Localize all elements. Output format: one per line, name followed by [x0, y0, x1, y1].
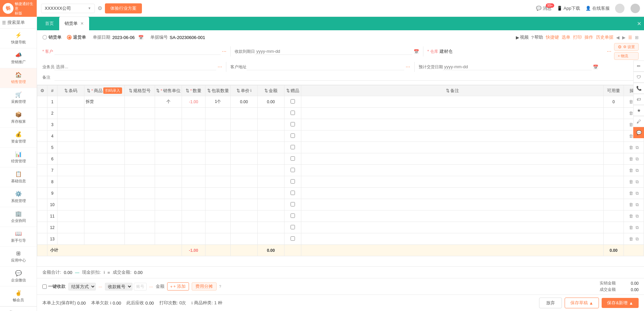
- row-remark-cell[interactable]: [301, 199, 604, 210]
- row-gift-cell[interactable]: [285, 96, 301, 108]
- gift-checkbox[interactable]: [291, 213, 295, 218]
- row-pkg-cell[interactable]: 1个: [205, 96, 231, 108]
- expected-date-calendar-icon[interactable]: 📅: [593, 65, 598, 70]
- sidebar-item-quick-nav[interactable]: ⚡ 快捷导航: [0, 29, 37, 48]
- row-qty-cell[interactable]: [182, 233, 205, 245]
- row-amount-cell[interactable]: [258, 199, 285, 210]
- history-btn[interactable]: 历史单据: [596, 34, 613, 40]
- row-gift-cell[interactable]: [285, 210, 301, 222]
- row-goods-cell[interactable]: 拆货: [84, 96, 125, 108]
- gift-checkbox[interactable]: [291, 202, 295, 206]
- row-qty-cell[interactable]: [182, 176, 205, 188]
- tab-home[interactable]: 首页: [40, 17, 59, 30]
- sidebar-item-finance[interactable]: 💰 资金管理: [0, 128, 37, 148]
- radio-return-bill[interactable]: 退货单: [67, 34, 86, 40]
- right-float-edit-btn[interactable]: ✏: [633, 61, 644, 72]
- sort-unit-icon[interactable]: ⇅: [156, 88, 160, 93]
- gift-checkbox[interactable]: [291, 99, 295, 104]
- customer-addr-input[interactable]: [247, 64, 404, 70]
- payment-date-input[interactable]: [255, 48, 412, 55]
- row-goods-cell[interactable]: [84, 142, 125, 153]
- right-float-tag-btn[interactable]: 🏷: [633, 94, 644, 105]
- delete-row-icon[interactable]: 🗑: [629, 145, 633, 150]
- row-price-cell[interactable]: [231, 233, 258, 245]
- settings-bottom-icon[interactable]: ⚙: [8, 309, 13, 311]
- row-barcode-cell[interactable]: [58, 119, 84, 130]
- warehouse-dots-icon[interactable]: ···: [607, 48, 611, 54]
- sidebar-item-wechat[interactable]: 💬 企业微信: [0, 267, 37, 286]
- row-remark-cell[interactable]: [301, 130, 604, 142]
- gift-checkbox[interactable]: [291, 179, 295, 184]
- row-pkg-cell[interactable]: [205, 153, 231, 165]
- row-barcode-cell[interactable]: [58, 96, 84, 108]
- customer-input[interactable]: [54, 48, 221, 55]
- row-spec-cell[interactable]: [125, 188, 155, 199]
- tab-sales-order[interactable]: 销货单 ✕: [59, 17, 89, 30]
- grid-view-icon[interactable]: ☰: [628, 35, 632, 40]
- delete-row-icon[interactable]: 🗑: [629, 202, 633, 207]
- row-barcode-cell[interactable]: [58, 130, 84, 142]
- row-goods-cell[interactable]: [84, 165, 125, 176]
- row-qty-cell[interactable]: [182, 188, 205, 199]
- row-unit-cell[interactable]: [155, 233, 182, 245]
- row-qty-cell[interactable]: -1.00: [182, 96, 205, 108]
- logistics-button[interactable]: + 物流: [614, 52, 639, 60]
- sidebar-item-operations[interactable]: 📊 经营管理: [0, 148, 37, 167]
- row-amount-cell[interactable]: [258, 165, 285, 176]
- copy-row-icon[interactable]: ⧉: [636, 145, 639, 150]
- pay-account-select[interactable]: 收款账号: [105, 283, 132, 290]
- row-goods-cell[interactable]: [84, 176, 125, 188]
- row-goods-cell[interactable]: [84, 199, 125, 210]
- row-unit-cell[interactable]: [155, 153, 182, 165]
- row-unit-cell[interactable]: [155, 176, 182, 188]
- row-price-cell[interactable]: [231, 210, 258, 222]
- copy-row-icon[interactable]: ⧉: [636, 191, 639, 196]
- add-payment-button[interactable]: + + 添加: [167, 282, 189, 290]
- row-barcode-cell[interactable]: [58, 165, 84, 176]
- salesperson-dots-icon[interactable]: ···: [218, 64, 222, 70]
- gift-checkbox[interactable]: [291, 156, 295, 161]
- row-spec-cell[interactable]: [125, 96, 155, 108]
- table-row[interactable]: 4 🗑 ⧉: [37, 130, 644, 142]
- sidebar-item-guide[interactable]: 📖 新手引导: [0, 227, 37, 247]
- row-spec-cell[interactable]: [125, 222, 155, 233]
- row-unit-cell[interactable]: [155, 130, 182, 142]
- copy-row-icon[interactable]: ⧉: [636, 179, 639, 184]
- one-click-checkbox[interactable]: [42, 284, 47, 289]
- gift-checkbox[interactable]: [291, 191, 295, 195]
- row-spec-cell[interactable]: [125, 119, 155, 130]
- scan-button[interactable]: 扫码录入: [103, 87, 122, 94]
- row-remark-cell[interactable]: [301, 165, 604, 176]
- copy-row-icon[interactable]: ⧉: [636, 202, 639, 207]
- video-btn[interactable]: ▶ 视频: [516, 34, 529, 40]
- operate-btn[interactable]: 操作: [584, 34, 593, 40]
- row-qty-cell[interactable]: [182, 210, 205, 222]
- copy-row-icon[interactable]: ⧉: [636, 236, 639, 241]
- right-float-star-btn[interactable]: ★: [633, 105, 644, 116]
- shortcut-btn[interactable]: 快捷键: [546, 34, 559, 40]
- table-row[interactable]: 11 🗑 ⧉: [37, 210, 644, 222]
- row-price-cell[interactable]: [231, 222, 258, 233]
- date-calendar-icon[interactable]: 📅: [138, 35, 144, 40]
- row-goods-cell[interactable]: [84, 188, 125, 199]
- radio-sales-bill[interactable]: 销货单: [42, 34, 62, 40]
- nav-next-icon[interactable]: ▶: [622, 35, 626, 40]
- row-unit-cell[interactable]: [155, 119, 182, 130]
- salesperson-input[interactable]: [54, 64, 216, 70]
- row-pkg-cell[interactable]: [205, 176, 231, 188]
- row-spec-cell[interactable]: [125, 233, 155, 245]
- row-spec-cell[interactable]: [125, 165, 155, 176]
- row-qty-cell[interactable]: [182, 142, 205, 153]
- row-qty-cell[interactable]: [182, 119, 205, 130]
- price-info-icon[interactable]: ℹ: [250, 88, 252, 93]
- row-unit-cell[interactable]: [155, 210, 182, 222]
- row-remark-cell[interactable]: [301, 153, 604, 165]
- customer-dots-icon[interactable]: ···: [222, 48, 226, 54]
- row-goods-cell[interactable]: [84, 222, 125, 233]
- right-float-pen-btn[interactable]: 🖊: [633, 116, 644, 127]
- sidebar-item-marketing[interactable]: 📣 营销推广: [0, 48, 37, 68]
- row-gift-cell[interactable]: [285, 153, 301, 165]
- table-view-icon[interactable]: ⊞: [635, 35, 639, 40]
- row-qty-cell[interactable]: [182, 108, 205, 119]
- collapse-icon[interactable]: ◀: [24, 309, 28, 311]
